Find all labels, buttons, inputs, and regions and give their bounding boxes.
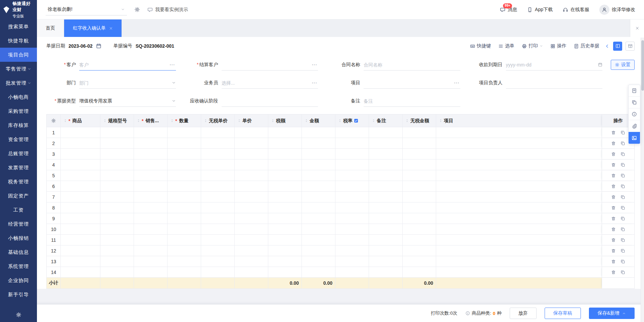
sidebar-item-system[interactable]: 系统管理 bbox=[0, 259, 37, 273]
cell-product[interactable] bbox=[61, 170, 100, 181]
cell-product[interactable] bbox=[61, 256, 100, 267]
cell-amount[interactable] bbox=[302, 170, 335, 181]
delete-row-icon[interactable] bbox=[611, 270, 616, 275]
cell-price-notax[interactable] bbox=[201, 181, 235, 191]
cell-project[interactable] bbox=[436, 192, 602, 202]
doc-date-value[interactable]: 2023-06-02 bbox=[68, 43, 93, 49]
cell-qty[interactable] bbox=[168, 267, 201, 277]
sort-icon[interactable] bbox=[271, 119, 275, 123]
doc-action-print[interactable]: 打印 bbox=[522, 43, 543, 49]
cell-amount-notax[interactable] bbox=[403, 224, 436, 234]
sort-icon[interactable] bbox=[103, 119, 107, 123]
sidebar-item-retail[interactable]: 零售管理 bbox=[0, 62, 37, 76]
sort-icon[interactable] bbox=[63, 119, 67, 123]
doc-action-history-docs[interactable]: 历史单据 bbox=[574, 43, 599, 49]
cell-spec[interactable] bbox=[100, 213, 134, 224]
cell-spec[interactable] bbox=[100, 159, 134, 170]
sort-icon[interactable] bbox=[372, 119, 375, 123]
cell-remark[interactable] bbox=[369, 224, 403, 234]
cell-spec[interactable] bbox=[100, 192, 134, 202]
close-tabs-button[interactable] bbox=[630, 19, 644, 37]
cell-remark[interactable] bbox=[369, 159, 403, 170]
copy-row-icon[interactable] bbox=[620, 205, 625, 210]
tab-home[interactable]: 首页 bbox=[37, 19, 64, 37]
sidebar-item-wholesale[interactable]: 批发管理 bbox=[0, 76, 37, 90]
cell-project[interactable] bbox=[436, 245, 602, 256]
cell-amount[interactable] bbox=[302, 159, 335, 170]
cell-qty[interactable] bbox=[168, 192, 201, 202]
cell-product[interactable] bbox=[61, 192, 100, 202]
sidebar-item-collaboration[interactable]: 企业协同 bbox=[0, 273, 37, 287]
cell-project[interactable] bbox=[436, 256, 602, 267]
cell-spec[interactable] bbox=[100, 224, 134, 234]
sort-icon[interactable] bbox=[170, 119, 174, 123]
cell-tax-rate[interactable] bbox=[335, 256, 369, 267]
sidebar-item-operations[interactable]: 经营管理 bbox=[0, 217, 37, 231]
doc-action-operations[interactable]: 操作 bbox=[550, 43, 566, 49]
user-menu[interactable]: 徐泽华修改 bbox=[599, 5, 635, 15]
cell-amount-notax[interactable] bbox=[403, 159, 436, 170]
chevron-down-icon[interactable] bbox=[172, 99, 176, 103]
cell-qty[interactable] bbox=[168, 127, 201, 138]
cell-price[interactable] bbox=[235, 224, 268, 234]
cell-spec[interactable] bbox=[100, 256, 134, 267]
delete-row-icon[interactable] bbox=[611, 259, 616, 264]
cell-qty[interactable] bbox=[168, 181, 201, 191]
cell-qty[interactable] bbox=[168, 138, 201, 148]
cell-tax-amount[interactable] bbox=[268, 213, 302, 224]
tab-red-income-confirm[interactable]: 红字收入确认单 bbox=[64, 19, 122, 37]
cell-spec[interactable] bbox=[100, 202, 134, 213]
copy-row-icon[interactable] bbox=[620, 248, 625, 253]
cell-amount[interactable] bbox=[302, 138, 335, 148]
cell-amount[interactable] bbox=[302, 267, 335, 277]
cell-amount[interactable] bbox=[302, 224, 335, 234]
cell-product[interactable] bbox=[61, 213, 100, 224]
copy-row-icon[interactable] bbox=[620, 195, 625, 199]
cell-product[interactable] bbox=[61, 235, 100, 245]
cell-remark[interactable] bbox=[369, 138, 403, 148]
cell-amount[interactable] bbox=[302, 235, 335, 245]
cell-project[interactable] bbox=[436, 224, 602, 234]
cell-amount[interactable] bbox=[302, 181, 335, 191]
cell-tax-rate[interactable] bbox=[335, 181, 369, 191]
cell-product[interactable] bbox=[61, 149, 100, 159]
cell-remark[interactable] bbox=[369, 256, 403, 267]
copy-row-icon[interactable] bbox=[620, 259, 625, 264]
cell-price[interactable] bbox=[235, 170, 268, 181]
cell-amount[interactable] bbox=[302, 202, 335, 213]
copy-row-icon[interactable] bbox=[620, 173, 625, 178]
cell-tax-rate[interactable] bbox=[335, 213, 369, 224]
cell-qty[interactable] bbox=[168, 235, 201, 245]
cell-tax-amount[interactable] bbox=[268, 138, 302, 148]
sidebar-item-fixed-assets[interactable]: 固定资产 bbox=[0, 189, 37, 203]
settings-button[interactable]: 设置 bbox=[611, 60, 635, 70]
chevron-down-icon[interactable] bbox=[172, 81, 176, 85]
delete-row-icon[interactable] bbox=[611, 248, 616, 253]
cell-price-notax[interactable] bbox=[201, 127, 235, 138]
tax-rate-edit-icon[interactable] bbox=[354, 119, 358, 123]
salesman-input[interactable] bbox=[222, 80, 310, 86]
cell-remark[interactable] bbox=[369, 235, 403, 245]
cell-product[interactable] bbox=[61, 224, 100, 234]
cell-product[interactable] bbox=[61, 181, 100, 191]
sort-icon[interactable] bbox=[439, 119, 443, 123]
cell-price[interactable] bbox=[235, 127, 268, 138]
cell-amount-notax[interactable] bbox=[403, 267, 436, 277]
delete-row-icon[interactable] bbox=[611, 173, 616, 178]
cell-price[interactable] bbox=[235, 149, 268, 159]
cell-tax-rate[interactable] bbox=[335, 159, 369, 170]
cell-price-notax[interactable] bbox=[201, 192, 235, 202]
cell-price-notax[interactable] bbox=[201, 224, 235, 234]
cell-price[interactable] bbox=[235, 235, 268, 245]
cell-remark[interactable] bbox=[369, 170, 403, 181]
cell-spec[interactable] bbox=[100, 127, 134, 138]
cell-amount-notax[interactable] bbox=[403, 127, 436, 138]
cell-qty[interactable] bbox=[168, 213, 201, 224]
copy-row-icon[interactable] bbox=[620, 163, 625, 167]
cell-sales[interactable] bbox=[134, 127, 168, 138]
sidebar-item-invoice[interactable]: 发票管理 bbox=[0, 160, 37, 175]
more-options-icon[interactable]: ··· bbox=[311, 62, 318, 67]
cell-project[interactable] bbox=[436, 159, 602, 170]
cell-tax-rate[interactable] bbox=[335, 267, 369, 277]
cell-spec[interactable] bbox=[100, 245, 134, 256]
